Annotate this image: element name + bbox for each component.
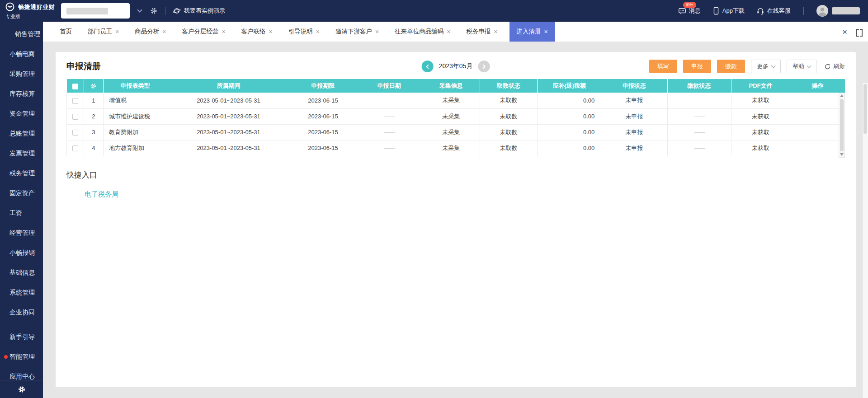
more-button[interactable]: 更多 [751,60,781,73]
row-pay-status-cell: —— [667,124,731,140]
tab-close-icon[interactable] [269,28,273,35]
sidebar-item[interactable]: 智能管理 [0,347,43,367]
notification-dot [4,355,8,359]
support-button[interactable]: 在线客服 [756,7,791,15]
sidebar-settings-button[interactable] [0,380,43,398]
column-gear-icon[interactable] [90,83,97,89]
tab-close-icon[interactable] [115,28,119,35]
row-checkbox[interactable] [72,114,78,120]
close-all-tabs-icon[interactable] [842,28,847,36]
row-checkbox[interactable] [72,145,78,151]
sidebar-item[interactable]: 经营管理 [0,223,43,243]
page-scrollbar-thumb[interactable] [863,84,867,134]
sidebar-item[interactable]: 系统管理 [0,283,43,303]
org-chevron-down-icon[interactable] [137,7,142,12]
sidebar-item[interactable]: 企业协同 [0,303,43,323]
col-header-amount: 应补(退)税额 [538,79,601,93]
table-scrollbar[interactable] [839,93,845,158]
row-select-cell [67,140,84,156]
tab[interactable]: 往来单位商品编码 [391,22,454,42]
row-seq-cell: 4 [84,140,103,156]
tab[interactable]: 首页 [56,22,76,42]
declare-button[interactable]: 申报 [683,60,711,73]
chevron-down-icon [807,64,811,68]
sidebar-item-label: 小畅报销 [9,249,35,257]
scroll-down-arrow[interactable] [840,153,844,156]
sidebar-item[interactable]: 发票管理 [0,144,43,164]
refresh-button[interactable]: 刷新 [824,62,845,70]
tab[interactable]: 引导说明 [284,22,324,42]
sidebar-item[interactable]: 新手引导 [0,327,43,347]
sidebar-item[interactable]: 税务管理 [0,164,43,183]
sidebar-item[interactable]: 小畅报销 [0,243,43,263]
tab[interactable]: 邀请下游客户 [331,22,383,42]
tab[interactable]: 客户分层经营 [178,22,229,42]
period-navigator: 2023年05月 [422,61,490,72]
table-row[interactable]: 2 城市维护建设税 2023-05-01~2023-05-31 2023-06-… [67,108,845,124]
tab[interactable]: 税务申报 [462,22,501,42]
tab-close-icon[interactable] [222,28,225,35]
page-title: 申报清册 [66,61,101,72]
tab-close-icon[interactable] [316,28,320,35]
tab-close-icon[interactable] [494,28,497,35]
redacted-user-name [832,7,860,14]
sidebar-item[interactable]: 小畅电商 [0,44,43,64]
table-row[interactable]: 3 教育费附加 2023-05-01~2023-05-31 2023-06-15… [67,124,845,140]
tab-close-icon[interactable] [447,28,450,35]
content-area: 申报清册 2023年05月 填写 申报 缴款 更多 帮助 [43,42,868,398]
sidebar-item-label: 企业协同 [9,309,35,317]
select-all-checkbox[interactable] [72,84,78,89]
table-row[interactable]: 4 地方教育附加 2023-05-01~2023-05-31 2023-06-1… [67,140,845,156]
sidebar-item[interactable]: 固定资产 [0,183,43,203]
messages-button[interactable]: 99+ 消息 [678,7,701,15]
tab-close-icon[interactable] [375,28,379,35]
sidebar-item[interactable]: 销售管理 [0,24,43,44]
scrollbar-thumb[interactable] [840,99,844,151]
row-deadline-cell: 2023-06-15 [290,93,356,108]
sidebar-item-label: 资金管理 [9,110,35,118]
tab-label: 进入清册 [517,28,541,36]
demo-link[interactable]: 我要看实例演示 [173,7,225,15]
fullscreen-icon[interactable] [856,29,863,35]
help-button[interactable]: 帮助 [787,60,816,73]
tab-close-icon[interactable] [544,28,548,35]
tab[interactable]: 商品分析 [131,22,170,42]
pay-button[interactable]: 缴款 [717,60,745,73]
sidebar-item[interactable]: 总账管理 [0,124,43,144]
page-scrollbar[interactable] [862,83,868,398]
user-account[interactable] [816,5,860,17]
etax-bureau-link[interactable]: 电子税务局 [85,190,118,198]
app-download-button[interactable]: App下载 [712,7,745,15]
row-checkbox[interactable] [72,130,78,136]
row-fetch-cell: 未取数 [480,124,537,140]
row-checkbox[interactable] [72,98,78,104]
sidebar-item[interactable]: 工资 [0,203,43,223]
sidebar-item-label: 小畅电商 [9,50,35,58]
next-month-button[interactable] [478,61,490,72]
scroll-up-arrow[interactable] [840,94,844,97]
tab-label: 首页 [60,28,72,36]
refresh-icon [824,63,831,70]
brand-edition: 专业版 [5,13,55,20]
tab[interactable]: 部门员工 [84,22,123,42]
prev-month-button[interactable] [422,61,434,72]
declaration-card: 申报清册 2023年05月 填写 申报 缴款 更多 帮助 [56,52,856,387]
planet-icon [173,7,181,15]
row-pay-status-cell: —— [667,140,731,156]
table-row[interactable]: 1 增值税 2023-05-01~2023-05-31 2023-06-15 —… [67,93,845,108]
sidebar-item[interactable]: 库存核算 [0,84,43,104]
org-selector[interactable] [61,3,130,19]
row-pdf-cell: 未获取 [731,140,790,156]
sidebar-item[interactable]: 资金管理 [0,104,43,124]
sidebar-item[interactable]: 基础信息 [0,263,43,283]
col-header-declare-status: 申报状态 [601,79,667,93]
tab[interactable]: 客户联络 [237,22,277,42]
sidebar-item[interactable]: 采购管理 [0,64,43,84]
row-type-cell: 增值税 [103,93,167,108]
fill-button[interactable]: 填写 [649,60,677,73]
col-header-pdf: PDF文件 [731,79,790,93]
row-select-cell [67,108,84,124]
settings-gear-icon[interactable] [150,7,158,15]
tab[interactable]: 进入清册 [509,22,555,42]
tab-close-icon[interactable] [162,28,166,35]
